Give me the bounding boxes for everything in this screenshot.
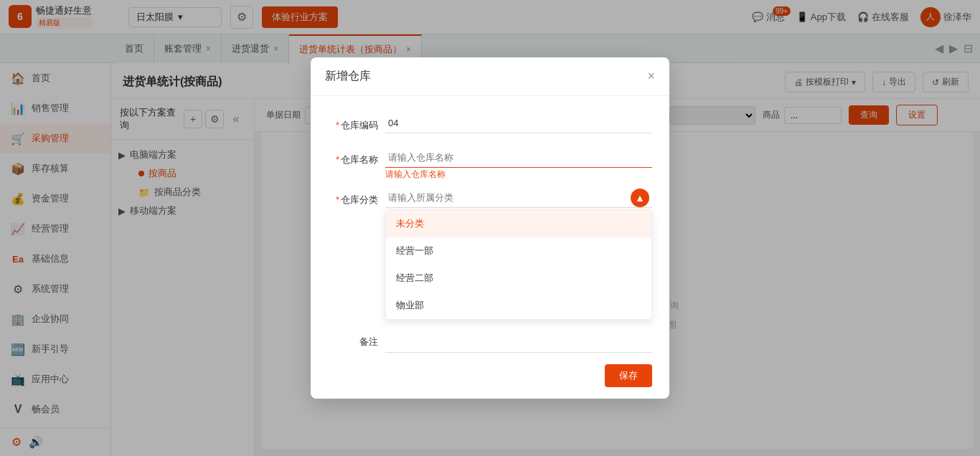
dropdown-option-dept3[interactable]: 物业部 <box>386 292 651 319</box>
modal-overlay[interactable]: 新增仓库 × 仓库编码 仓库名称 请输入仓库名称 仓库分类 <box>0 0 980 456</box>
form-row-name: 仓库名称 请输入仓库名称 <box>328 148 652 168</box>
category-label: 仓库分类 <box>328 188 385 206</box>
form-row-code: 仓库编码 <box>328 113 652 133</box>
modal-title: 新增仓库 <box>325 69 371 84</box>
dropdown-option-dept1[interactable]: 经营一部 <box>386 237 651 265</box>
dropdown-option-dept2[interactable]: 经营二部 <box>386 265 651 292</box>
modal-footer: 保存 <box>311 353 669 399</box>
name-input-wrap: 请输入仓库名称 <box>385 148 652 168</box>
modal-header: 新增仓库 × <box>311 57 669 96</box>
category-dropdown: 未分类 经营一部 经营二部 物业部 <box>385 209 652 320</box>
code-label: 仓库编码 <box>328 113 385 132</box>
note-input[interactable] <box>385 330 652 353</box>
modal-body: 仓库编码 仓库名称 请输入仓库名称 仓库分类 ▲ <box>311 96 669 353</box>
save-button[interactable]: 保存 <box>605 364 652 387</box>
modal-new-warehouse: 新增仓库 × 仓库编码 仓库名称 请输入仓库名称 仓库分类 <box>311 57 669 399</box>
modal-close-btn[interactable]: × <box>647 69 655 84</box>
category-input[interactable] <box>385 188 652 208</box>
form-row-note: 备注 <box>328 330 652 353</box>
form-row-category: 仓库分类 ▲ 未分类 经营一部 经营二部 <box>328 188 652 208</box>
category-arrow-btn[interactable]: ▲ <box>631 189 649 207</box>
category-select-wrap: ▲ 未分类 经营一部 经营二部 物业部 <box>385 188 652 208</box>
name-input[interactable] <box>385 148 652 168</box>
dropdown-option-unclassified[interactable]: 未分类 <box>386 210 651 237</box>
note-label: 备注 <box>328 330 385 348</box>
code-input[interactable] <box>385 113 652 133</box>
name-label: 仓库名称 <box>328 148 385 166</box>
name-error-msg: 请输入仓库名称 <box>385 168 446 181</box>
